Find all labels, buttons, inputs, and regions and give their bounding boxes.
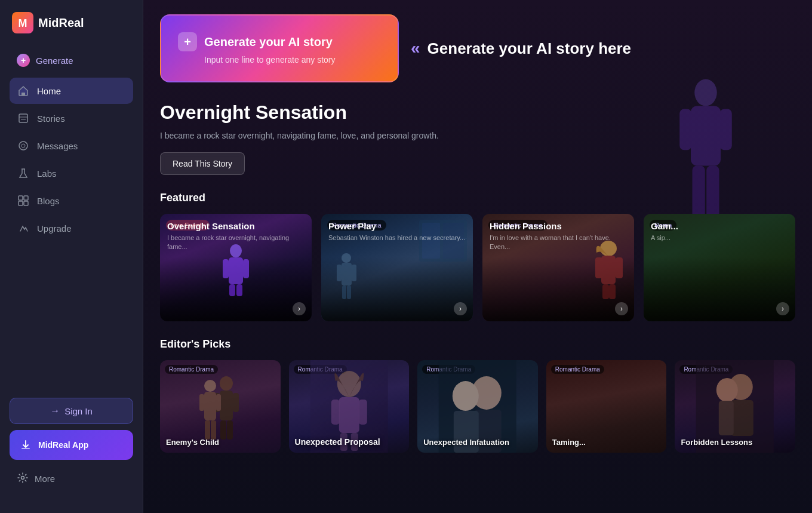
card-figure-1 <box>333 253 360 300</box>
svg-point-49 <box>204 380 216 392</box>
generate-plus-icon: + <box>178 32 197 51</box>
svg-rect-19 <box>693 166 705 219</box>
sign-in-label: Sign In <box>64 406 93 416</box>
svg-rect-53 <box>205 420 210 440</box>
sidebar-item-home[interactable]: Home <box>10 78 133 104</box>
svg-rect-50 <box>204 392 216 420</box>
sidebar: M MidReal + Generate Home <box>0 0 143 513</box>
stories-label: Stories <box>37 113 65 124</box>
svg-point-65 <box>453 381 479 411</box>
story-silhouette <box>652 78 759 227</box>
featured-story-hero: Overnight Sensation I became a rock star… <box>160 102 795 175</box>
svg-rect-51 <box>199 394 204 411</box>
nav-generate-area: + Generate <box>0 48 143 78</box>
svg-rect-2 <box>21 93 25 96</box>
sidebar-item-blogs[interactable]: Blogs <box>10 188 133 214</box>
more-button[interactable]: More <box>10 466 133 492</box>
blogs-label: Blogs <box>37 196 60 206</box>
editor-badge-0: Romantic Drama <box>165 365 218 374</box>
sidebar-item-labs[interactable]: Labs <box>10 160 133 186</box>
svg-rect-48 <box>227 420 233 440</box>
logo-icon: M <box>12 12 33 33</box>
generate-nav-button[interactable]: + Generate <box>10 48 133 73</box>
midreal-app-button[interactable]: MidReal App <box>10 430 133 460</box>
svg-point-31 <box>342 253 351 263</box>
editor-card-enemy[interactable]: Romantic Drama <box>160 360 281 453</box>
messages-label: Messages <box>37 141 78 151</box>
svg-point-7 <box>21 144 25 148</box>
signin-icon: → <box>50 406 60 416</box>
card-arrow-0: › <box>293 302 306 315</box>
labs-label: Labs <box>37 168 57 179</box>
svg-rect-54 <box>211 420 216 440</box>
sidebar-item-upgrade[interactable]: Upgrade <box>10 215 133 241</box>
read-story-button[interactable]: Read This Story <box>160 152 245 175</box>
svg-rect-42 <box>609 284 616 299</box>
svg-rect-52 <box>216 394 221 411</box>
card-desc-2: I'm in love with a woman that I can't ha… <box>490 234 627 252</box>
more-label: More <box>35 474 55 484</box>
svg-point-56 <box>337 371 361 397</box>
sidebar-bottom: → Sign In MidReal App More <box>0 388 143 501</box>
svg-rect-40 <box>616 257 623 278</box>
editor-card-forbidden[interactable]: Romantic Drama Forbidden Lessons <box>675 360 795 453</box>
svg-rect-13 <box>21 448 30 449</box>
svg-rect-26 <box>236 284 242 296</box>
card-title-2: Hidden Passions <box>490 221 627 231</box>
svg-rect-18 <box>720 109 732 150</box>
svg-rect-10 <box>24 196 28 200</box>
card-overlay-3 <box>644 257 795 321</box>
featured-story-title: Overnight Sensation <box>160 102 616 124</box>
svg-rect-59 <box>358 400 367 425</box>
sidebar-item-messages[interactable]: Messages <box>10 133 133 159</box>
stories-icon <box>17 112 30 125</box>
editor-card-title-3: Taming... <box>552 438 661 447</box>
editor-card-taming[interactable]: Romantic Drama Taming... <box>546 360 667 453</box>
editor-card-infatuation[interactable]: Romantic Drama Unexpected Infatuation <box>417 360 538 453</box>
card-content-0: Overnight Sensation I became a rock star… <box>160 214 312 259</box>
generate-card-top: + Generate your AI story <box>178 32 381 51</box>
featured-card-game[interactable]: Roma Gam... A sip... › <box>644 214 795 321</box>
generate-story-here[interactable]: « Generate your AI story here <box>411 39 795 58</box>
home-icon <box>17 84 30 97</box>
sign-in-button[interactable]: → Sign In <box>10 398 133 424</box>
svg-rect-20 <box>706 166 719 219</box>
editors-picks-title: Editor's Picks <box>160 338 795 351</box>
sidebar-item-stories[interactable]: Stories <box>10 105 133 131</box>
svg-rect-3 <box>19 114 27 122</box>
svg-rect-39 <box>595 257 602 278</box>
editor-card-title-1: Unexpected Proposal <box>295 437 404 447</box>
svg-rect-33 <box>337 265 342 281</box>
svg-point-15 <box>694 79 717 106</box>
featured-card-power[interactable]: Romantic Drama Po <box>321 214 473 321</box>
svg-rect-41 <box>602 284 609 299</box>
card-arrow-1: › <box>454 302 467 315</box>
svg-rect-38 <box>601 256 616 284</box>
card-desc-3: A sip... <box>651 234 788 242</box>
generate-card[interactable]: + Generate your AI story Input one line … <box>160 14 399 82</box>
editor-card-unexpected[interactable]: Romantic Drama <box>289 360 410 453</box>
upgrade-icon <box>17 222 30 235</box>
featured-card-hidden[interactable]: Romantic Drama Hidden Passions I'm in lo… <box>482 214 634 321</box>
double-chevron-icon: « <box>411 39 420 58</box>
svg-rect-9 <box>19 196 23 200</box>
svg-rect-11 <box>19 201 23 205</box>
svg-rect-34 <box>352 265 356 281</box>
home-label: Home <box>37 86 61 96</box>
svg-point-14 <box>21 477 24 480</box>
svg-rect-36 <box>347 285 351 299</box>
card-title-3: Gam... <box>651 221 788 231</box>
main-content: + Generate your AI story Input one line … <box>143 0 812 513</box>
plus-icon: + <box>17 54 30 67</box>
card-content-2: Hidden Passions I'm in love with a woman… <box>482 214 634 259</box>
svg-rect-24 <box>243 259 249 278</box>
svg-rect-47 <box>220 420 226 440</box>
svg-rect-16 <box>691 106 721 166</box>
featured-card-overnight[interactable]: Live Events Overnight Sensation I became… <box>160 214 312 321</box>
hero-area: + Generate your AI story Input one line … <box>160 14 795 82</box>
svg-rect-57 <box>339 397 359 433</box>
generate-card-title: Generate your AI story <box>204 35 333 49</box>
midreal-app-label: MidReal App <box>38 440 88 450</box>
svg-rect-58 <box>331 400 339 425</box>
svg-rect-12 <box>24 201 28 205</box>
